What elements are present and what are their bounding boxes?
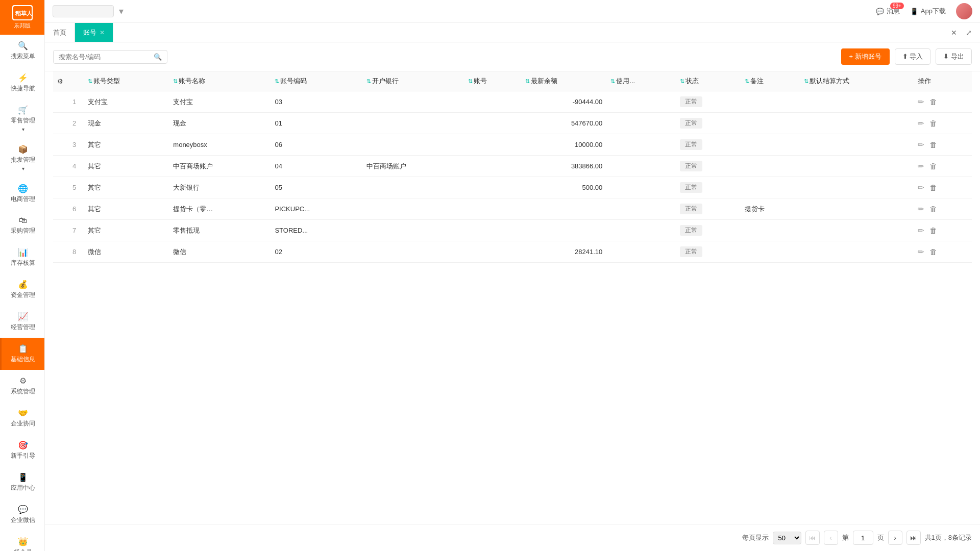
- row-name-cell: 中百商场账户: [169, 156, 271, 177]
- sidebar-item-inventory-check[interactable]: 📊 库存核算: [0, 241, 44, 273]
- delete-icon[interactable]: 🗑: [929, 119, 937, 128]
- row-num-cell: 4: [68, 156, 84, 177]
- row-name-cell: 现金: [169, 113, 271, 134]
- col-default-settlement[interactable]: ⇅默认结算方式: [800, 71, 913, 91]
- row-code-cell: 02: [271, 241, 362, 263]
- delete-icon[interactable]: 🗑: [929, 140, 937, 149]
- row-num-cell: 7: [68, 220, 84, 241]
- sidebar-item-enterprise-wechat[interactable]: 💬 企业微信: [0, 498, 44, 531]
- last-page-button[interactable]: ⏭: [906, 531, 921, 545]
- sidebar-item-operations-mgmt[interactable]: 📈 经营管理: [0, 306, 44, 338]
- table-row: 6 其它 提货卡（零… PICKUPC... 正常 提货卡 ✏ 🗑: [53, 198, 972, 220]
- row-balance-cell: 500.00: [521, 177, 606, 198]
- sidebar-item-enterprise-agreement[interactable]: 🤝 企业协同: [0, 402, 44, 434]
- row-bank-cell: [362, 220, 464, 241]
- row-settings-cell: [53, 156, 68, 177]
- row-name-cell: 大新银行: [169, 177, 271, 198]
- ecommerce-icon: 🌐: [18, 184, 28, 193]
- import-button[interactable]: ⬆ 导入: [895, 48, 931, 65]
- row-default-settlement-cell: [800, 156, 913, 177]
- export-button[interactable]: ⬇ 导出: [936, 48, 972, 65]
- topbar-expand-icon[interactable]: ▾: [119, 6, 124, 17]
- inventory-icon: 📊: [18, 247, 28, 257]
- message-badge: 99+: [890, 3, 904, 9]
- edit-icon[interactable]: ✏: [918, 205, 924, 214]
- edit-icon[interactable]: ✏: [918, 140, 924, 149]
- edit-icon[interactable]: ✏: [918, 97, 924, 107]
- edit-icon[interactable]: ✏: [918, 119, 924, 128]
- sidebar-item-basic-info[interactable]: 📋 基础信息: [0, 338, 44, 370]
- edit-icon[interactable]: ✏: [918, 183, 924, 192]
- row-name-cell: 支付宝: [169, 91, 271, 113]
- page-number-input[interactable]: [853, 531, 873, 545]
- sidebar-item-retail-mgmt[interactable]: 🛒 零售管理 ▾: [0, 99, 44, 138]
- tab-expand-button[interactable]: ⤢: [963, 27, 975, 39]
- delete-icon[interactable]: 🗑: [929, 183, 937, 192]
- sidebar-item-finance-mgmt[interactable]: 💰 资金管理: [0, 273, 44, 306]
- add-account-button[interactable]: + 新增账号: [841, 48, 890, 65]
- row-code-cell: 05: [271, 177, 362, 198]
- col-account-code[interactable]: ⇅账号编码: [271, 71, 362, 91]
- row-code-cell: 04: [271, 156, 362, 177]
- tab-close-all-button[interactable]: ✕: [948, 27, 960, 39]
- col-latest-balance[interactable]: ⇅最新余额: [521, 71, 606, 91]
- edit-icon[interactable]: ✏: [918, 162, 924, 171]
- logo-text: 乐邦版: [14, 22, 31, 30]
- col-remarks[interactable]: ⇅备注: [741, 71, 800, 91]
- sidebar-item-new-guide[interactable]: 🎯 新手引导: [0, 434, 44, 466]
- col-status[interactable]: ⇅状态: [676, 71, 741, 91]
- search-icon[interactable]: 🔍: [154, 53, 162, 61]
- topbar-search-input[interactable]: [53, 5, 114, 17]
- sidebar-item-purchase-mgmt[interactable]: 🛍 采购管理: [0, 210, 44, 241]
- col-account-type[interactable]: ⇅账号类型: [84, 71, 169, 91]
- col-account-no[interactable]: ⇅账号: [464, 71, 521, 91]
- next-page-button[interactable]: ›: [888, 531, 902, 545]
- delete-icon[interactable]: 🗑: [929, 162, 937, 170]
- row-code-cell: 01: [271, 113, 362, 134]
- table-row: 1 支付宝 支付宝 03 -90444.00 正常 ✏ 🗑: [53, 91, 972, 113]
- row-num-cell: 5: [68, 177, 84, 198]
- delete-icon[interactable]: 🗑: [929, 97, 937, 106]
- row-status-cell: 正常: [676, 220, 741, 241]
- col-account-name[interactable]: ⇅账号名称: [169, 71, 271, 91]
- message-button[interactable]: 💬 消息 99+: [876, 7, 900, 16]
- sidebar-item-app-center[interactable]: 📱 应用中心: [0, 466, 44, 498]
- delete-icon[interactable]: 🗑: [929, 226, 937, 235]
- row-remarks-cell: [741, 91, 800, 113]
- sidebar-item-quick-nav[interactable]: ⚡ 快捷导航: [0, 67, 44, 99]
- tab-close-account[interactable]: ✕: [100, 29, 105, 36]
- tab-home[interactable]: 首页: [45, 23, 75, 42]
- edit-icon[interactable]: ✏: [918, 226, 924, 235]
- user-avatar[interactable]: [956, 3, 972, 19]
- row-status-cell: 正常: [676, 91, 741, 113]
- delete-icon[interactable]: 🗑: [929, 205, 937, 213]
- row-num-cell: 8: [68, 241, 84, 263]
- row-code-cell: 06: [271, 134, 362, 156]
- col-settings[interactable]: ⚙: [53, 71, 68, 91]
- row-actions-cell: ✏ 🗑: [914, 91, 972, 113]
- row-remarks-cell: [741, 241, 800, 263]
- edit-icon[interactable]: ✏: [918, 247, 924, 257]
- main-area: ▾ 💬 消息 99+ 📱 App下载 首页 账号 ✕ ✕ ⤢: [45, 0, 980, 551]
- sidebar-item-search-menu[interactable]: 🔍 搜索菜单: [0, 35, 44, 67]
- first-page-button[interactable]: ⏮: [805, 531, 820, 545]
- sidebar-item-wholesale-mgmt[interactable]: 📦 批发管理 ▾: [0, 138, 44, 178]
- page-size-select[interactable]: 50 20 100: [773, 532, 801, 544]
- col-bank[interactable]: ⇅开户银行: [362, 71, 464, 91]
- page-suffix: 页: [877, 533, 884, 542]
- tab-account[interactable]: 账号 ✕: [75, 23, 113, 42]
- sidebar-item-ecommerce-mgmt[interactable]: 🌐 电商管理: [0, 178, 44, 210]
- prev-page-button[interactable]: ‹: [824, 531, 838, 545]
- page-size-label: 每页显示: [742, 533, 769, 542]
- search-input[interactable]: [59, 53, 151, 61]
- message-icon: 💬: [876, 8, 884, 15]
- delete-icon[interactable]: 🗑: [929, 247, 937, 256]
- table-row: 4 其它 中百商场账户 04 中百商场账户 383866.00 正常 ✏ 🗑: [53, 156, 972, 177]
- sidebar-item-member[interactable]: 👑 畅会员: [0, 531, 44, 551]
- row-num-cell: 3: [68, 134, 84, 156]
- sidebar-item-system-mgmt[interactable]: ⚙ 系统管理: [0, 370, 44, 402]
- row-default-settlement-cell: [800, 220, 913, 241]
- system-mgmt-icon: ⚙: [19, 376, 27, 386]
- app-download-button[interactable]: 📱 App下载: [910, 7, 946, 16]
- col-usage[interactable]: ⇅使用...: [606, 71, 675, 91]
